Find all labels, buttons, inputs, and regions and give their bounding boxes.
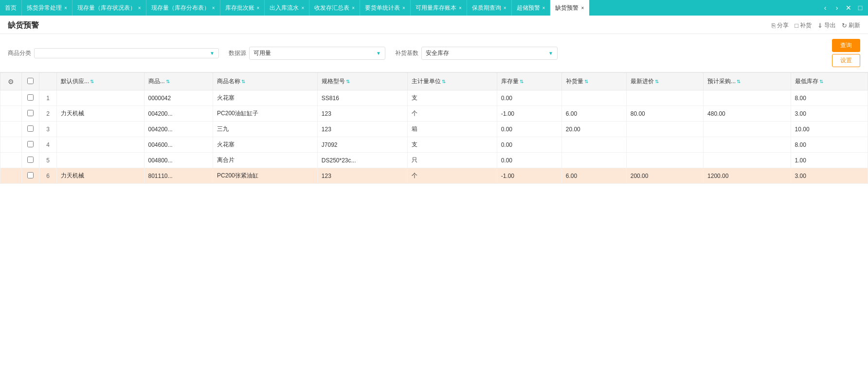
row-num-cell: 6: [39, 168, 57, 184]
row-num-cell: 1: [39, 90, 57, 106]
row-product-code-cell: 801110...: [144, 168, 213, 184]
tab-close-expiry-query[interactable]: ×: [504, 5, 506, 11]
sort-spec-icon: ⇅: [346, 79, 350, 84]
replenish-button[interactable]: □ 补货: [795, 21, 812, 30]
tab-maximize-button[interactable]: □: [854, 2, 866, 14]
col-header-product-code[interactable]: 商品... ⇅: [144, 73, 213, 90]
col-header-replenish[interactable]: 补货量 ⇅: [561, 73, 626, 90]
filter-category-label: 商品分类: [8, 49, 31, 57]
tab-expiry-query[interactable]: 保质期查询 ×: [467, 0, 512, 16]
row-checkbox-5[interactable]: [27, 172, 34, 178]
row-stock-cell: -1.00: [497, 168, 561, 184]
tab-close-inventory-dist[interactable]: ×: [212, 5, 215, 11]
row-checkbox-cell[interactable]: [22, 137, 39, 153]
tab-close-overstock[interactable]: ×: [542, 5, 545, 11]
row-checkbox-4[interactable]: [27, 157, 34, 163]
row-checkbox-1[interactable]: [27, 110, 34, 116]
row-est-purchase-cell: 480.00: [704, 106, 791, 122]
row-product-code-cell: 004600...: [144, 137, 213, 153]
sort-product-name-icon: ⇅: [241, 79, 245, 84]
row-checkbox-3[interactable]: [27, 141, 34, 147]
tab-close-collect-summary[interactable]: ×: [352, 5, 355, 11]
col-header-stock[interactable]: 库存量 ⇅: [497, 73, 561, 90]
row-est-purchase-cell: [704, 137, 791, 153]
select-all-checkbox[interactable]: [27, 78, 34, 84]
table-row: 3 004200... 三九 123 箱 0.00 20.00 10.00: [0, 122, 868, 137]
tab-close-inventory-status[interactable]: ×: [138, 5, 141, 11]
row-est-purchase-cell: [704, 122, 791, 137]
row-spec-cell: SS816: [317, 90, 407, 106]
row-checkbox-cell[interactable]: [22, 168, 39, 184]
refresh-button[interactable]: ↻ 刷新: [842, 21, 860, 30]
tab-inventory-dist[interactable]: 现存量（库存分布表） ×: [146, 0, 220, 16]
row-checkbox-2[interactable]: [27, 125, 34, 132]
tab-close-abnormal[interactable]: ×: [64, 5, 67, 11]
col-header-supplier[interactable]: 默认供应... ⇅: [57, 73, 145, 90]
row-product-name-cell: PC200油缸缸子: [213, 106, 318, 122]
col-header-latest-price[interactable]: 最新进价 ⇅: [626, 73, 703, 90]
filter-datasource-select[interactable]: 可用量 ▼: [249, 47, 385, 60]
replenish-icon: □: [795, 22, 798, 29]
tab-close-all-button[interactable]: ✕: [843, 2, 854, 14]
row-supplier-cell: [57, 90, 145, 106]
col-header-unit[interactable]: 主计量单位 ⇅: [408, 73, 497, 90]
col-header-settings[interactable]: ⚙: [0, 73, 22, 90]
row-spec-cell: 123: [317, 122, 407, 137]
row-supplier-cell: [57, 153, 145, 168]
tab-close-shortage[interactable]: ×: [581, 5, 584, 11]
row-est-purchase-cell: 1200.00: [704, 168, 791, 184]
tab-batch-account[interactable]: 库存批次账 ×: [220, 0, 265, 16]
tab-abnormal[interactable]: 拣货异常处理 ×: [22, 0, 72, 16]
col-header-spec[interactable]: 规格型号 ⇅: [317, 73, 407, 90]
refresh-icon: ↻: [842, 22, 847, 29]
category-dropdown-icon: ▼: [210, 51, 215, 56]
row-checkbox-0[interactable]: [27, 94, 34, 101]
row-checkbox-cell[interactable]: [22, 122, 39, 137]
filter-bar: 商品分类 ▼ 数据源 可用量 ▼ 补货基数 安全库存 ▼ 查询 设置: [0, 34, 868, 72]
row-checkbox-cell[interactable]: [22, 153, 39, 168]
tab-shortage[interactable]: 缺货预警 ×: [550, 0, 589, 16]
row-stock-cell: 0.00: [497, 122, 561, 137]
tab-inout-flow[interactable]: 出入库流水 ×: [265, 0, 309, 16]
sort-product-code-icon: ⇅: [166, 79, 170, 84]
tab-home[interactable]: 首页: [0, 0, 22, 16]
query-button[interactable]: 查询: [832, 39, 860, 52]
col-header-min-stock[interactable]: 最低库存 ⇅: [791, 73, 868, 90]
col-header-product-name[interactable]: 商品名称 ⇅: [213, 73, 318, 90]
tab-close-available-ledger[interactable]: ×: [459, 5, 462, 11]
row-replenish-cell: [561, 90, 626, 106]
tab-overstock[interactable]: 超储预警 ×: [512, 0, 551, 16]
row-unit-cell: 支: [408, 90, 497, 106]
tab-order-stats[interactable]: 要货单统计表 ×: [360, 0, 411, 16]
col-header-est-purchase[interactable]: 预计采购... ⇅: [704, 73, 791, 90]
tab-prev-button[interactable]: ‹: [819, 2, 831, 14]
column-settings-icon[interactable]: ⚙: [8, 78, 14, 86]
filter-category-group: 商品分类 ▼: [8, 48, 219, 58]
tab-next-button[interactable]: ›: [831, 2, 843, 14]
row-checkbox-cell[interactable]: [22, 106, 39, 122]
tab-inventory-status[interactable]: 现存量（库存状况表） ×: [72, 0, 146, 16]
row-latest-price-cell: [626, 137, 703, 153]
row-product-name-cell: 火花塞: [213, 137, 318, 153]
col-header-checkbox[interactable]: [22, 73, 39, 90]
row-min-stock-cell: 3.00: [791, 106, 868, 122]
tab-close-batch-account[interactable]: ×: [257, 5, 260, 11]
share-button[interactable]: ⎘ 分享: [772, 21, 789, 30]
settings-button[interactable]: 设置: [832, 54, 860, 67]
row-product-name-cell: 火花塞: [213, 90, 318, 106]
page-title: 缺货预警: [8, 20, 39, 31]
replenish-base-dropdown-icon: ▼: [548, 51, 553, 56]
data-table: ⚙ 默认供应... ⇅ 商品...: [0, 72, 868, 184]
row-latest-price-cell: 200.00: [626, 168, 703, 184]
tab-close-inout-flow[interactable]: ×: [301, 5, 304, 11]
tab-collect-summary[interactable]: 收发存汇总表 ×: [309, 0, 360, 16]
row-latest-price-cell: [626, 122, 703, 137]
export-button[interactable]: ⇓ 导出: [817, 21, 836, 30]
row-checkbox-cell[interactable]: [22, 90, 39, 106]
filter-replenish-base-select[interactable]: 安全库存 ▼: [421, 47, 558, 60]
row-stock-cell: 0.00: [497, 153, 561, 168]
share-icon: ⎘: [772, 22, 776, 29]
filter-category-select[interactable]: ▼: [34, 48, 219, 58]
tab-available-ledger[interactable]: 可用量库存账本 ×: [411, 0, 467, 16]
tab-close-order-stats[interactable]: ×: [402, 5, 405, 11]
